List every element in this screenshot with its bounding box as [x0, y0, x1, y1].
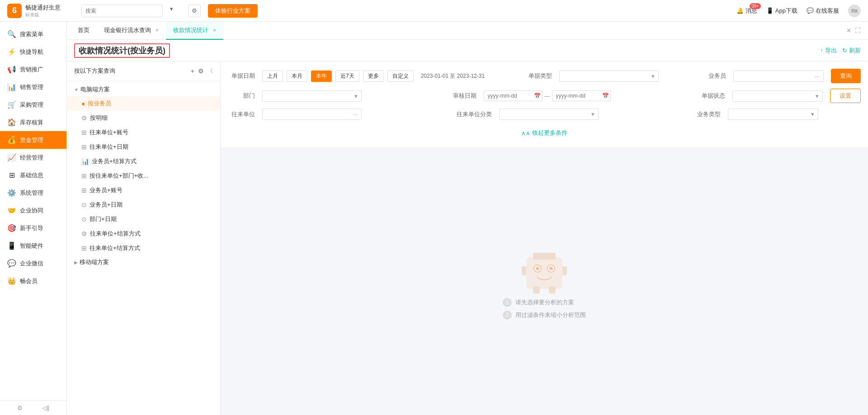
scheme-settings-button[interactable]: ⚙ [198, 67, 204, 75]
collapse-panel-button[interactable]: 《 [208, 67, 213, 75]
step-2-text: 用过滤条件来缩小分析范围 [515, 311, 586, 319]
salesman-more-icon[interactable]: ··· [815, 73, 820, 80]
dropdown-icon[interactable]: ▾ [170, 5, 181, 16]
dept-select[interactable]: ▾ [262, 90, 362, 102]
sidebar-item-purchase[interactable]: 🛒 采购管理 [0, 96, 66, 113]
partner-category-select[interactable]: ▾ [499, 108, 599, 120]
sidebar-label-purchase: 采购管理 [20, 101, 43, 109]
dept-label: 部门 [228, 92, 255, 100]
sidebar-item-inventory[interactable]: 🏠 库存核算 [0, 113, 66, 131]
tab-bank-flow-close[interactable]: × [156, 27, 159, 33]
tree-item-salesman-account[interactable]: ⊞ 业务员+账号 [67, 183, 220, 198]
sidebar-item-system[interactable]: ⚙️ 系统管理 [0, 184, 66, 202]
enterprise-icon: 🤝 [7, 206, 16, 215]
gear-button[interactable]: ⚙ [188, 5, 201, 17]
tree-item-partner-account[interactable]: ⊞ 往来单位+账号 [67, 125, 220, 140]
date-btn-this-year[interactable]: 本年 [311, 71, 332, 82]
tree-item-by-salesman[interactable]: ● 按业务员 [67, 96, 220, 111]
date-btn-custom[interactable]: 自定义 [387, 71, 414, 82]
user-avatar[interactable]: Rit [848, 5, 861, 17]
tab-home-label: 首页 [78, 26, 90, 34]
sidebar-item-finance[interactable]: 💰 资金管理 [0, 131, 66, 149]
tree-group-mobile[interactable]: ▶ 移动端方案 [67, 255, 220, 269]
app-download-label: App下载 [775, 7, 797, 15]
tree-group-pc[interactable]: ▼ 电脑端方案 [67, 83, 220, 96]
tab-fullscreen-icon[interactable]: ⛶ [855, 27, 861, 34]
sidebar-item-sales[interactable]: 📊 销售管理 [0, 78, 66, 96]
tree-group-pc-arrow: ▼ [74, 87, 79, 92]
bill-type-select[interactable]: ▾ [559, 71, 659, 82]
tab-bank-flow[interactable]: 现金银行流水查询 × [97, 22, 166, 40]
search-icon: 🔍 [7, 30, 16, 38]
partner-dept-icon: ⊞ [81, 172, 87, 179]
collapse-sidebar-icon[interactable]: ◁∥ [42, 405, 50, 411]
set-button[interactable]: 设置 [830, 89, 861, 103]
tab-collection-stats[interactable]: 收款情况统计 × [166, 22, 223, 40]
tab-controls: ✕ ⛶ [843, 27, 864, 34]
notification-count: 99+ [750, 3, 761, 9]
collapse-filter-button[interactable]: ∧∧ 收起更多条件 [228, 125, 861, 141]
bill-status-select[interactable]: ▾ [732, 90, 823, 102]
search-input[interactable] [81, 5, 163, 17]
wechat-icon: 💬 [7, 259, 16, 268]
tab-close-all-icon[interactable]: ✕ [846, 27, 851, 34]
sidebar-item-guide[interactable]: 🎯 新手引导 [0, 219, 66, 237]
page-header: 收款情况统计(按业务员) ↑ 导出 ↻ 刷新 [67, 40, 868, 61]
notification-button[interactable]: 🔔 消息 99+ [736, 7, 757, 15]
tree-item-partner-dept[interactable]: ⊞ 按往来单位+部门+收... [67, 169, 220, 183]
bell-icon: 🔔 [736, 7, 744, 14]
tree-item-salesman-settlement[interactable]: 📊 业务员+结算方式 [67, 154, 220, 169]
partner-select[interactable]: ··· [262, 108, 362, 120]
tab-collection-stats-close[interactable]: × [213, 27, 216, 33]
trial-button[interactable]: 体验行业方案 [208, 4, 258, 18]
sidebar-item-marketing[interactable]: 📢 营销推广 [0, 61, 66, 78]
calendar-to-icon: 📅 [602, 93, 609, 99]
tree-item-dept-date-label: 部门+日期 [90, 215, 117, 223]
date-btn-last-7days[interactable]: 近7天 [335, 71, 359, 82]
active-scheme-icon: ● [81, 100, 85, 107]
salesman-select[interactable]: ··· [733, 71, 824, 82]
sidebar-item-quick-nav[interactable]: ⚡ 快捷导航 [0, 43, 66, 61]
sidebar-item-member[interactable]: 👑 畅会员 [0, 272, 66, 290]
sidebar-item-search-menu[interactable]: 🔍 搜索菜单 [0, 25, 66, 43]
query-button[interactable]: 查询 [831, 69, 861, 83]
sidebar-label-basic-info: 基础信息 [20, 171, 43, 179]
export-button[interactable]: ↑ 导出 [821, 47, 837, 55]
refresh-button[interactable]: ↻ 刷新 [842, 47, 861, 55]
sidebar-item-hardware[interactable]: 📱 智能硬件 [0, 237, 66, 255]
settings-bottom-icon[interactable]: ⚙ [17, 405, 23, 411]
date-btn-this-month[interactable]: 本月 [287, 71, 307, 82]
operation-icon: 📈 [7, 153, 16, 162]
date-btn-more[interactable]: 更多 [363, 71, 384, 82]
tree-item-partner-settlement1[interactable]: ⚙ 往来单位+结算方式 [67, 226, 220, 241]
bill-type-dropdown-icon: ▾ [651, 73, 655, 80]
add-scheme-button[interactable]: + [191, 67, 194, 75]
tab-home[interactable]: 首页 [71, 22, 97, 40]
date-options-group: 上月 本月 本年 近7天 更多 自定义 2023-01-01 至 2023-12… [262, 71, 485, 82]
svg-rect-0 [526, 257, 562, 289]
app-download-button[interactable]: 📱 App下载 [766, 7, 797, 15]
sidebar-label-finance: 资金管理 [20, 136, 43, 144]
tree-item-partner-settlement2[interactable]: ⊞ 往来单位+结算方式 [67, 241, 220, 255]
sidebar-item-operation[interactable]: 📈 经营管理 [0, 149, 66, 166]
tree-item-salesman-date[interactable]: ⊙ 业务员+日期 [67, 198, 220, 212]
svg-rect-6 [522, 266, 526, 275]
calendar-from-icon: 📅 [534, 93, 541, 99]
sidebar-item-wechat[interactable]: 💬 企业微信 [0, 255, 66, 272]
tree-item-dept-date[interactable]: ⊙ 部门+日期 [67, 212, 220, 226]
tree-group-mobile-label: 移动端方案 [80, 258, 109, 266]
sidebar-item-basic-info[interactable]: ⊞ 基础信息 [0, 166, 66, 184]
svg-rect-1 [533, 253, 556, 259]
sidebar-label-marketing: 营销推广 [20, 66, 43, 74]
tab-bar: 首页 现金银行流水查询 × 收款情况统计 × ✕ ⛶ [67, 22, 868, 40]
filter-row-2: 部门 ▾ 审核日期 📅 — [228, 89, 861, 103]
svg-rect-9 [549, 287, 556, 293]
business-type-select[interactable]: ▾ [728, 108, 818, 120]
service-button[interactable]: 💬 在线客服 [807, 7, 839, 15]
tree-item-partner-date[interactable]: ⊞ 往来单位+日期 [67, 140, 220, 154]
review-date-group: 📅 — 📅 [484, 90, 611, 101]
sidebar-item-enterprise[interactable]: 🤝 企业协同 [0, 202, 66, 219]
partner-more-icon[interactable]: ··· [353, 111, 358, 118]
date-btn-last-month[interactable]: 上月 [262, 71, 283, 82]
tree-item-by-detail[interactable]: ⚙ 按明细 [67, 111, 220, 125]
